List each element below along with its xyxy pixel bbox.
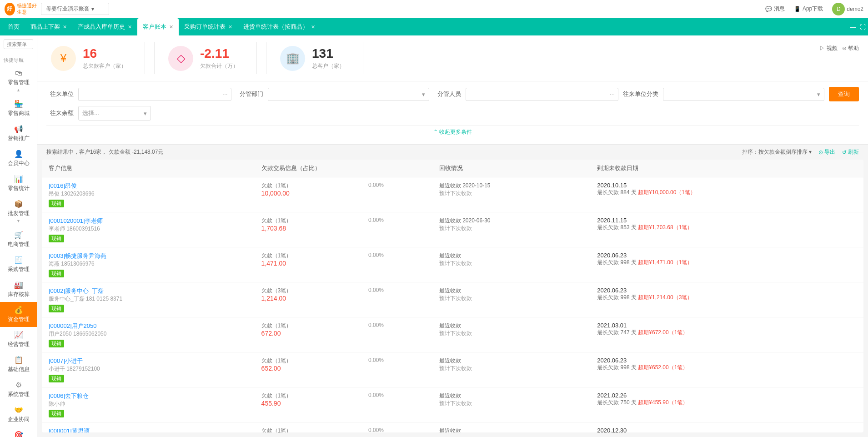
- table-body: [0016]昂俊 昂俊 13026203696 现销 欠款（1笔） 10,000…: [42, 177, 863, 433]
- sidebar-item-ecommerce[interactable]: 🛒 电商管理: [0, 227, 37, 252]
- debt-count: 欠款（1笔）: [261, 357, 355, 365]
- tab-products-offline[interactable]: 商品上下架 ✕: [25, 18, 72, 35]
- member-icon: 👤: [14, 150, 23, 158]
- sidebar-label: 库存核算: [8, 291, 30, 298]
- tab-production-history[interactable]: 产成品入库单历史 ✕: [72, 18, 137, 35]
- sidebar-search-area: [0, 35, 37, 53]
- app-download-button[interactable]: 📱 App下载: [794, 5, 823, 13]
- customer-tag: 现销: [49, 305, 64, 312]
- close-icon[interactable]: ✕: [63, 24, 67, 30]
- minimize-icon[interactable]: —: [850, 24, 856, 30]
- export-button[interactable]: ⊙ 导出: [818, 148, 835, 156]
- chevron-down-icon: ▾: [817, 91, 820, 98]
- tab-customer-account[interactable]: 客户账本 ✕: [137, 18, 179, 35]
- overdue-link[interactable]: 超期¥652.00（1笔）: [638, 364, 688, 371]
- debt-amount: 1,214.00: [261, 295, 355, 302]
- overdue-link[interactable]: 超期¥455.90（1笔）: [638, 399, 688, 406]
- close-icon[interactable]: ✕: [311, 24, 315, 30]
- customer-name[interactable]: [0002]服务中心_丁磊: [49, 287, 248, 295]
- debt-amount: 455.90: [261, 400, 355, 407]
- next-payment: 预计下次收款: [439, 365, 583, 372]
- filter-person-input[interactable]: [466, 88, 619, 101]
- view-video-button[interactable]: ▷ 视频: [819, 45, 837, 52]
- store-selector[interactable]: 母婴行业演示账套 ▾: [41, 3, 109, 15]
- sidebar-item-retail-mgmt[interactable]: 🛍 零售管理 ▲: [0, 65, 37, 96]
- overdue-link[interactable]: 超期¥1,471.00（1笔）: [638, 259, 692, 266]
- customer-phone: 李老师 18600391516: [49, 225, 248, 233]
- overdue-link[interactable]: 超期¥672.00（1笔）: [638, 329, 688, 336]
- customer-cell: [000001]黄思源 黄思源 13552700226 现销: [42, 422, 255, 433]
- customer-name[interactable]: [0007]小进干: [49, 357, 248, 365]
- overdue-link[interactable]: 超期¥1,703.68（1笔）: [638, 224, 692, 231]
- close-icon[interactable]: ✕: [228, 24, 232, 30]
- message-icon: 💬: [765, 6, 772, 12]
- inventory-icon: 🏭: [14, 281, 23, 289]
- sidebar-item-enterprise[interactable]: 🤝 企业协同: [0, 402, 37, 427]
- search-input[interactable]: [4, 39, 33, 49]
- col-customer-info: 客户信息: [42, 160, 255, 177]
- debt-amount: 1,471.00: [261, 260, 355, 267]
- customer-name[interactable]: [0016]昂俊: [49, 182, 248, 190]
- download-icon: 📱: [794, 6, 801, 12]
- customer-tag: 现销: [49, 340, 64, 347]
- tab-purchase-orders[interactable]: 采购订单统计表 ✕: [179, 18, 238, 35]
- customer-name[interactable]: [000002]用户2050: [49, 322, 248, 330]
- due-date-cell: 2020.06.23 最长欠款 998 天 超期¥1,471.00（1笔）: [590, 247, 863, 282]
- customer-name[interactable]: [0001020001]李老师: [49, 217, 248, 225]
- close-icon[interactable]: ✕: [128, 24, 132, 30]
- overdue-days: 最长欠款 998 天 超期¥652.00（1笔）: [597, 364, 857, 372]
- recovery-cell: 最近收款 预计下次收款: [432, 387, 590, 422]
- sidebar-item-system[interactable]: ⚙ 系统管理: [0, 377, 37, 402]
- sidebar-item-inventory[interactable]: 🏭 库存核算: [0, 277, 37, 302]
- play-icon: ▷: [819, 45, 825, 51]
- customer-name[interactable]: [000001]黄思源: [49, 427, 248, 432]
- debt-cell: 欠款（3笔） 1,214.00: [255, 282, 361, 317]
- sidebar-item-marketing[interactable]: 📢 营销推广: [0, 121, 37, 146]
- tab-home[interactable]: 首页: [2, 18, 25, 35]
- customer-cell: [0002]服务中心_丁磊 服务中心_丁磊 181 0125 8371 现销: [42, 282, 255, 317]
- debt-count: 欠款（1笔）: [261, 252, 355, 260]
- sidebar-item-guide[interactable]: 🎯 新手引导: [0, 427, 37, 437]
- customer-phone: 服务中心_丁磊 181 0125 8371: [49, 295, 248, 303]
- enterprise-icon: 🤝: [14, 406, 23, 414]
- message-button[interactable]: 💬 消息: [765, 5, 785, 13]
- next-payment: 预计下次收款: [439, 400, 583, 407]
- avatar: D: [832, 3, 845, 15]
- close-icon[interactable]: ✕: [169, 24, 173, 30]
- customer-phone: 昂俊 13026203696: [49, 190, 248, 198]
- maximize-icon[interactable]: ⛶: [860, 24, 866, 30]
- sidebar-item-member[interactable]: 👤 会员中心: [0, 146, 37, 171]
- stat-value-customers: 16: [83, 46, 126, 61]
- search-button[interactable]: 查询: [829, 87, 859, 101]
- customer-name[interactable]: [0003]畅捷服务尹海燕: [49, 252, 248, 260]
- logo-icon: 好: [5, 3, 15, 15]
- debt-pct: 0.00%: [368, 182, 426, 188]
- overdue-link[interactable]: 超期¥10,000.00（1笔）: [638, 189, 696, 196]
- sidebar-item-operations[interactable]: 📈 经营管理: [0, 327, 37, 352]
- debt-cell: 欠款（1笔） 652.00: [255, 352, 361, 387]
- filter-unit-input[interactable]: [78, 88, 231, 101]
- basic-icon: 📋: [14, 356, 23, 364]
- filter-dept-select[interactable]: ▾: [268, 88, 429, 101]
- customer-cell: [0006]去下粮仓 陈小帅 现销: [42, 387, 255, 422]
- collapse-bar[interactable]: ⌃ 收起更多条件: [46, 125, 859, 139]
- sidebar-item-basic[interactable]: 📋 基础信息: [0, 352, 37, 377]
- customer-name[interactable]: [0006]去下粮仓: [49, 392, 248, 400]
- sidebar-item-retail-store[interactable]: 🏪 零售商城: [0, 96, 37, 121]
- sidebar-item-capital[interactable]: 💰 资金管理: [0, 302, 37, 327]
- filter-person-wrap: ···: [466, 88, 619, 101]
- overdue-link[interactable]: 超期¥1,214.00（3笔）: [638, 294, 692, 301]
- refresh-button[interactable]: ↺ 刷新: [842, 148, 859, 156]
- sidebar-item-purchase[interactable]: 🧾 采购管理: [0, 252, 37, 277]
- tab-stock-stats[interactable]: 进货单统计表（按商品） ✕: [238, 18, 321, 35]
- filter-balance-select[interactable]: 选择... ▾: [78, 106, 151, 121]
- user-menu[interactable]: D demo2: [832, 3, 863, 15]
- username: demo2: [847, 6, 863, 12]
- stat-icon-diamond: ◇: [168, 46, 193, 71]
- sidebar-item-retail-stats[interactable]: 📊 零售统计: [0, 171, 37, 196]
- filter-category-select[interactable]: ▾: [663, 88, 824, 101]
- help-label: 帮助: [848, 45, 859, 51]
- help-button[interactable]: ⊙ 帮助: [842, 45, 859, 52]
- sidebar-item-batch-mgmt[interactable]: 📦 批发管理 ▼: [0, 196, 37, 227]
- stat-info-1: 16 总欠款客户（家）: [83, 46, 126, 70]
